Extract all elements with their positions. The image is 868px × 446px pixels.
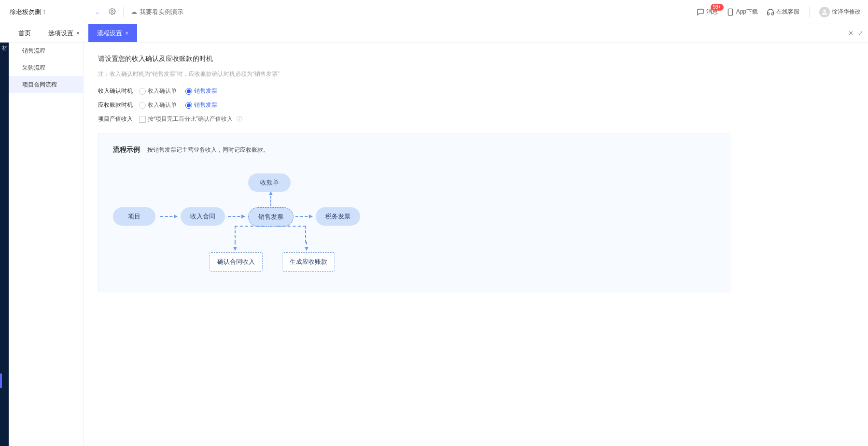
radio-income-confirm[interactable]: 收入确认单 — [139, 101, 177, 109]
note-text: 注：收入确认时机为“销售发票”时，应收账款确认时机必须为“销售发票” — [98, 70, 854, 78]
strip-active-marker — [0, 374, 2, 388]
setting-label: 应收账款时机 — [98, 101, 139, 109]
flow-diagram: 项目 收入合同 销售发票 税务发票 收款单 确认合同收入 生成应收账款 — [113, 166, 715, 273]
arrow-connector — [277, 226, 306, 243]
top-header: 徐老板勿删！ ⌵ ☁ 我要看实例演示 消息 99+ App下载 在线客服 徐泽华… — [0, 0, 868, 24]
arrow-icon — [270, 192, 271, 206]
content-area: 请设置您的收入确认及应收账款的时机 注：收入确认时机为“销售发票”时，应收账款确… — [84, 43, 868, 446]
flow-title: 流程示例 — [113, 145, 140, 154]
company-selector[interactable]: 徐老板勿删！ ⌵ — [10, 8, 106, 16]
radio-icon — [139, 88, 146, 95]
radio-icon — [185, 88, 192, 95]
setting-output-income: 项目产值收入 按“项目完工百分比”确认产值收入 ⓘ — [98, 115, 854, 123]
expand-icon[interactable]: ⤢ — [858, 29, 863, 37]
phone-icon — [727, 8, 734, 16]
avatar-icon — [819, 7, 830, 17]
app-download-label: App下载 — [736, 8, 758, 16]
arrow-connector — [235, 226, 264, 243]
tab-process[interactable]: 流程设置 × — [88, 24, 137, 42]
radio-text: 收入确认单 — [148, 87, 177, 95]
setting-receivable-timing: 应收账款时机 收入确认单 销售发票 — [98, 101, 854, 109]
node-tax-invoice: 税务发票 — [316, 207, 360, 226]
radio-icon — [185, 102, 192, 109]
arrow-icon — [228, 216, 245, 217]
tabs-controls: × ⤢ — [849, 24, 868, 42]
demo-link[interactable]: ☁ 我要看实例演示 — [131, 8, 183, 16]
divider — [809, 7, 810, 17]
svg-rect-1 — [728, 9, 732, 15]
username: 徐泽华修改 — [832, 8, 861, 16]
setting-income-timing: 收入确认时机 收入确认单 销售发票 — [98, 87, 854, 95]
messages-badge: 99+ — [711, 4, 724, 11]
sidebar-item-purchase[interactable]: 采购流程 — [9, 59, 83, 76]
flow-desc: 按销售发票记主营业务收入，同时记应收账款。 — [147, 146, 269, 154]
checkbox-icon — [139, 116, 146, 123]
radio-icon — [139, 102, 146, 109]
tabs-bar: 首页 选项设置 × 流程设置 × × ⤢ — [0, 24, 868, 43]
sidebar-item-contract[interactable]: 项目合同流程 — [9, 76, 83, 93]
help-icon[interactable]: ⓘ — [237, 115, 242, 123]
radio-sales-invoice[interactable]: 销售发票 — [185, 87, 217, 95]
checkbox-text: 按“项目完工百分比”确认产值收入 — [148, 115, 233, 123]
node-project: 项目 — [113, 207, 155, 226]
chevron-down-icon: ⌵ — [96, 9, 99, 15]
radio-text: 收入确认单 — [148, 101, 177, 109]
tab-options[interactable]: 选项设置 × — [40, 24, 88, 42]
checkbox-pct-complete[interactable]: 按“项目完工百分比”确认产值收入 ⓘ — [139, 115, 242, 123]
radio-income-confirm[interactable]: 收入确认单 — [139, 87, 177, 95]
gear-icon[interactable] — [109, 8, 116, 16]
app-download-button[interactable]: App下载 — [727, 8, 758, 16]
close-icon[interactable]: × — [125, 30, 128, 37]
headset-icon — [767, 8, 774, 16]
tab-label: 流程设置 — [97, 29, 122, 38]
setting-label: 收入确认时机 — [98, 87, 139, 95]
arrow-icon — [160, 216, 177, 217]
radio-text: 销售发票 — [194, 87, 217, 95]
setting-label: 项目产值收入 — [98, 115, 139, 123]
online-service-label: 在线客服 — [776, 8, 799, 16]
close-all-icon[interactable]: × — [849, 29, 853, 38]
svg-point-0 — [112, 10, 113, 12]
main-area: 材 销售流程 采购流程 项目合同流程 请设置您的收入确认及应收账款的时机 注：收… — [0, 43, 868, 446]
flow-header: 流程示例 按销售发票记主营业务收入，同时记应收账款。 — [113, 145, 715, 154]
close-icon[interactable]: × — [76, 30, 80, 37]
tab-label: 首页 — [18, 29, 31, 38]
strip-label: 材 — [0, 43, 9, 52]
node-income-contract: 收入合同 — [181, 207, 225, 226]
user-menu[interactable]: 徐泽华修改 — [819, 7, 861, 17]
divider — [123, 7, 124, 17]
flow-example-box: 流程示例 按销售发票记主营业务收入，同时记应收账款。 项目 收入合同 销售发票 … — [98, 133, 730, 292]
page-title: 请设置您的收入确认及应收账款的时机 — [98, 55, 854, 63]
node-receipt: 收款单 — [248, 173, 291, 192]
radio-text: 销售发票 — [194, 101, 217, 109]
tab-home[interactable]: 首页 — [10, 24, 40, 42]
messages-button[interactable]: 消息 99+ — [697, 8, 718, 16]
radio-sales-invoice[interactable]: 销售发票 — [185, 101, 217, 109]
node-confirm-income: 确认合同收入 — [210, 252, 263, 272]
arrow-icon — [295, 216, 312, 217]
sidebar: 销售流程 采购流程 项目合同流程 — [9, 43, 84, 446]
online-service-button[interactable]: 在线客服 — [767, 8, 799, 16]
header-right: 消息 99+ App下载 在线客服 徐泽华修改 — [697, 7, 861, 17]
company-name: 徐老板勿删！ — [10, 8, 92, 16]
node-sales-invoice: 销售发票 — [248, 207, 294, 227]
arrow-icon — [306, 242, 307, 250]
left-nav-strip[interactable]: 材 — [0, 43, 9, 446]
message-icon — [697, 8, 704, 16]
cloud-icon: ☁ — [131, 8, 137, 15]
arrow-icon — [235, 242, 236, 250]
tab-label: 选项设置 — [48, 29, 73, 38]
sidebar-item-sales[interactable]: 销售流程 — [9, 43, 83, 59]
node-gen-receivable: 生成应收账款 — [282, 252, 335, 272]
demo-link-text: 我要看实例演示 — [140, 8, 183, 16]
